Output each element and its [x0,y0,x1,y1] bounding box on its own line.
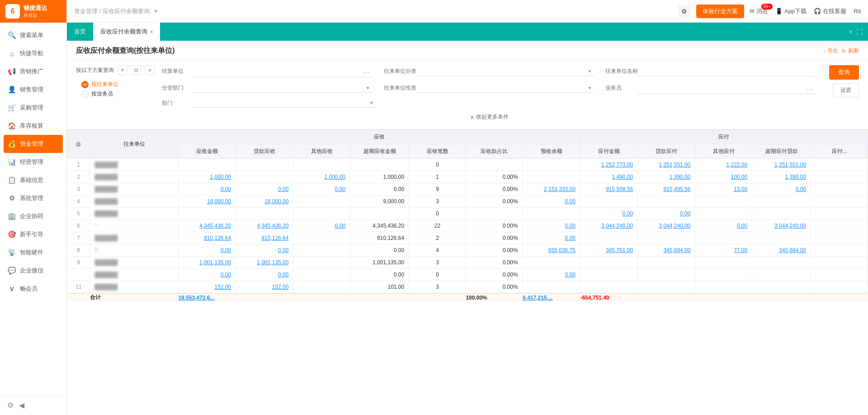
table-cell[interactable]: 0.00 [638,208,695,220]
table-cell[interactable]: 77.00 [695,244,752,257]
table-cell[interactable]: 4,345,436.20 [236,220,293,232]
fullscreen-icon[interactable]: ⛶ [856,28,863,35]
table-cell[interactable]: 345,684.00 [752,244,811,257]
scheme-settings-button[interactable]: ⊙ [131,65,141,75]
table-cell[interactable]: 0.00 [695,220,752,232]
table-cell[interactable]: 1,000.00 [293,171,350,183]
sidebar-item-purchase[interactable]: 🛒 采购管理 [0,99,66,117]
sidebar-item-basic[interactable]: 📋 基础信息 [0,171,66,189]
tab-receivable-query[interactable]: 应收应付余额查询 × [93,23,160,41]
partner-nature-select[interactable]: ▼ [416,84,595,93]
table-cell[interactable]: 1,390.00 [638,171,695,183]
sidebar-item-wechat[interactable]: 💬 企业微信 [0,262,66,280]
sidebar-item-quick[interactable]: ⌂ 快捷导航 [0,44,66,62]
scheme-option-salesperson[interactable]: ○ 按业务员 [81,90,155,98]
breadcrumb-text: 资金管理 / 应收应付余额查询 [74,7,150,15]
table-cell[interactable]: 1,001,135.00 [236,257,293,269]
collapse-more-button[interactable]: ∧ 收起更多条件 [162,110,816,124]
dept-select[interactable]: ▼ [193,99,377,108]
sidebar-item-hardware[interactable]: 📡 智能硬件 [0,243,66,262]
dept-manager-select[interactable]: ▼ [193,84,373,93]
topbar-gear-button[interactable]: ⚙ [678,5,691,18]
sidebar-item-sales[interactable]: 👤 销售管理 [0,81,66,99]
table-cell[interactable]: 18,000.00 [178,196,236,208]
table-cell[interactable]: 152.00 [178,281,236,294]
user-account[interactable]: Rit [854,8,861,14]
app-download-button[interactable]: 📱 App下载 [775,7,807,15]
table-cell[interactable]: 1,252,773.00 [580,159,637,171]
table-cell[interactable]: 1,490.00 [580,171,637,183]
table-cell[interactable]: 0.00 [178,244,236,257]
setting-button[interactable]: 设置 [833,83,859,97]
table-cell[interactable]: 3,044,240.00 [752,220,811,232]
sidebar-item-capital[interactable]: 💰 资金管理 [4,135,63,153]
table-cell[interactable]: 0.00 [236,183,293,196]
table-cell[interactable]: 0.00 [752,183,811,196]
table-cell[interactable]: 345,684.00 [638,244,695,257]
table-cell[interactable]: 100.00 [695,171,752,183]
table-cell: 6 [67,220,90,232]
scheme-add-button[interactable]: + [118,65,127,75]
settlement-unit-select[interactable]: … [193,65,373,77]
salesperson-select[interactable]: … [637,82,816,94]
table-settings-icon[interactable]: ⚙ [75,141,81,148]
footer-collapse-icon[interactable]: ◀ [19,401,24,410]
table-cell[interactable]: 0.00 [523,269,580,281]
table-cell[interactable]: 0.00 [178,183,236,196]
footer-advance-balance[interactable]: 6,417,215.... [523,293,580,301]
partner-category-select[interactable]: ▼ [416,67,595,76]
table-cell: ██████ [90,196,179,208]
sidebar-item-search[interactable]: 🔍 搜索菜单 [0,26,66,44]
table-cell[interactable]: 915,495.56 [638,183,695,196]
table-cell[interactable]: 915,508.56 [580,183,637,196]
table-cell[interactable]: 1,000.00 [178,171,236,183]
sidebar-item-enterprise[interactable]: 🏢 企业协同 [0,207,66,225]
table-cell[interactable]: 810,126.64 [178,232,236,244]
table-cell[interactable]: 0.00 [236,269,293,281]
industry-solution-button[interactable]: 体验行业方案 [696,5,744,18]
table-cell[interactable]: 0.00 [523,196,580,208]
table-cell[interactable]: 4,345,436.20 [178,220,236,232]
footer-receivable-amount[interactable]: 19,553,472,6... [178,293,236,301]
table-cell[interactable]: 0.00 [523,220,580,232]
table-cell[interactable]: 3,044,240.00 [638,220,695,232]
table-cell[interactable]: 655,636.75 [523,244,580,257]
table-cell[interactable]: 0.00 [236,244,293,257]
table-cell[interactable]: 0.00 [293,183,350,196]
table-cell[interactable]: 2,153,333.00 [523,183,580,196]
table-cell[interactable]: 3,044,240.00 [580,220,637,232]
refresh-button[interactable]: ↻ 刷新 [842,47,859,55]
table-cell[interactable]: 18,000.00 [236,196,293,208]
table-cell[interactable]: 0.00 [178,269,236,281]
export-button[interactable]: ↑ 导出 [823,47,838,55]
tab-home[interactable]: 首页 [67,23,93,41]
scheme-collapse-button[interactable]: « [145,65,155,75]
table-cell[interactable]: 13.00 [695,183,752,196]
sidebar-item-marketing[interactable]: 📢 营销推广 [0,62,66,81]
sidebar-item-operation[interactable]: 📊 经营管理 [0,153,66,171]
partner-name-input[interactable] [638,66,816,76]
table-cell[interactable]: 0.00 [523,232,580,244]
sidebar-item-system[interactable]: ⚙ 系统管理 [0,189,66,207]
table-cell[interactable]: 0.00 [580,208,637,220]
scheme-option-partner[interactable]: W 按往来单位 [81,81,155,88]
sidebar-item-member[interactable]: V 畅会员 [0,280,66,298]
col-overdue-payable-header: 超期应付贷款 [752,144,811,159]
table-cell[interactable]: 1,222.00 [695,159,752,171]
table-cell[interactable]: 152.00 [236,281,293,294]
sidebar-item-inventory[interactable]: 🏠 库存核算 [0,117,66,135]
table-cell[interactable]: 0.00 [293,220,350,232]
footer-settings-icon[interactable]: ⚙ [7,401,14,410]
table-cell[interactable]: 345,761.00 [580,244,637,257]
window-close-icon[interactable]: × [849,28,853,35]
table-cell[interactable]: 1,251,551.00 [638,159,695,171]
sidebar-item-guide[interactable]: 🎯 新手引导 [0,225,66,243]
tab-close-icon[interactable]: × [150,29,153,34]
table-cell[interactable]: 1,001,135.00 [178,257,236,269]
table-cell[interactable]: 1,251,551.00 [752,159,811,171]
table-cell[interactable]: 810,126.64 [236,232,293,244]
online-service-button[interactable]: 🎧 在线客服 [814,7,846,15]
message-button[interactable]: ✉ 消息 99+ [750,7,768,15]
query-button[interactable]: 查询 [829,65,859,80]
table-cell[interactable]: 1,390.00 [752,171,811,183]
